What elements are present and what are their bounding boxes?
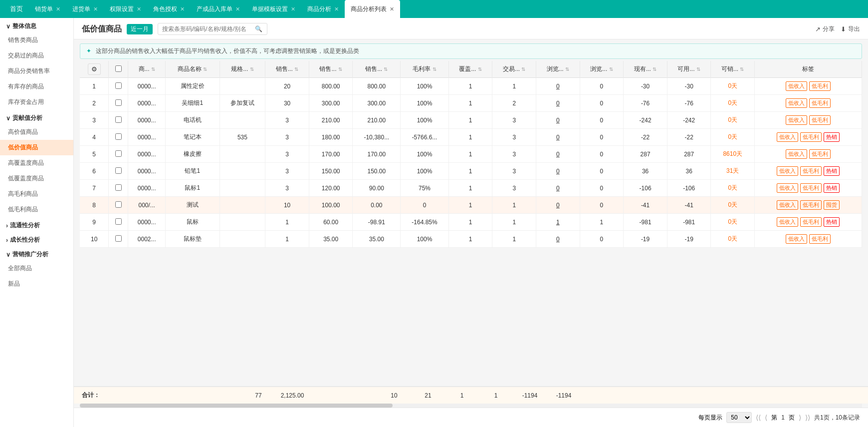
cell-browse1[interactable]: 0 (536, 197, 580, 214)
cell-checkbox[interactable] (109, 146, 128, 163)
cell-browse1[interactable]: 0 (536, 112, 580, 129)
col-gross-margin[interactable]: 毛利率 ⇅ (401, 61, 449, 78)
sidebar-item-sales-products[interactable]: 销售类商品 (0, 32, 73, 48)
col-sale-amount[interactable]: 销售... ⇅ (353, 61, 401, 78)
row-checkbox[interactable] (115, 99, 122, 106)
close-purchase-order[interactable]: ✕ (93, 6, 98, 12)
row-checkbox[interactable] (115, 201, 122, 208)
col-code[interactable]: 商... ⇅ (128, 61, 166, 78)
sidebar-item-traded-products[interactable]: 交易过的商品 (0, 48, 73, 63)
close-product-analysis-list[interactable]: ✕ (390, 6, 394, 12)
sidebar-item-high-margin[interactable]: 高毛利商品 (0, 186, 73, 202)
sidebar-item-category-sales-rate[interactable]: 商品分类销售率 (0, 63, 73, 79)
row-checkbox[interactable] (115, 167, 122, 174)
nav-template-settings[interactable]: 单据模板设置 ✕ (246, 0, 301, 18)
sidebar-item-all-products[interactable]: 全部商品 (0, 261, 73, 276)
export-button[interactable]: ⬇ 导出 (841, 25, 860, 33)
sidebar-group-contribution[interactable]: ∨ 贡献值分析 (0, 110, 73, 124)
browse-link[interactable]: 0 (556, 134, 560, 141)
col-coverage[interactable]: 覆盖... ⇅ (448, 61, 492, 78)
close-template-settings[interactable]: ✕ (291, 6, 295, 12)
row-checkbox[interactable] (115, 82, 122, 89)
col-transaction[interactable]: 交易... ⇅ (492, 61, 536, 78)
sidebar-item-stock-funds[interactable]: 库存资金占用 (0, 94, 73, 110)
horizontal-scrollbar[interactable] (80, 404, 862, 408)
close-sales-order[interactable]: ✕ (56, 6, 60, 12)
select-all-checkbox[interactable] (115, 65, 122, 72)
time-badge[interactable]: 近一月 (127, 24, 153, 34)
row-checkbox[interactable] (115, 235, 122, 242)
cell-browse1[interactable]: 0 (536, 95, 580, 112)
search-input[interactable] (162, 25, 252, 32)
first-page-button[interactable]: ⟨⟨ (756, 414, 761, 422)
col-current[interactable]: 现有... ⇅ (624, 61, 667, 78)
col-checkbox[interactable] (109, 61, 128, 78)
col-name[interactable]: 商品名称 ⇅ (166, 61, 220, 78)
cell-checkbox[interactable] (109, 180, 128, 197)
close-role-auth[interactable]: ✕ (180, 6, 185, 12)
prev-page-button[interactable]: ⟨ (765, 414, 767, 422)
row-checkbox[interactable] (115, 184, 122, 191)
cell-checkbox[interactable] (109, 129, 128, 146)
cell-checkbox[interactable] (109, 214, 128, 231)
cell-checkbox[interactable] (109, 231, 128, 248)
next-page-button[interactable]: ⟩ (799, 414, 801, 422)
gear-settings-icon[interactable]: ⚙ (88, 63, 101, 75)
sidebar-item-new-products[interactable]: 新品 (0, 276, 73, 292)
sidebar-group-circulation[interactable]: › 流通性分析 (0, 217, 73, 232)
search-icon[interactable]: 🔍 (255, 25, 262, 32)
browse-link[interactable]: 0 (556, 83, 560, 90)
last-page-button[interactable]: ⟩⟩ (805, 414, 810, 422)
browse-link[interactable]: 0 (556, 202, 560, 209)
per-page-select[interactable]: 50 20 100 (726, 412, 752, 423)
col-available[interactable]: 可用... ⇅ (667, 61, 711, 78)
nav-purchase-order[interactable]: 进货单 ✕ (66, 0, 104, 18)
cell-checkbox[interactable] (109, 197, 128, 214)
cell-browse1[interactable]: 1 (536, 214, 580, 231)
cell-checkbox[interactable] (109, 112, 128, 129)
sidebar-item-high-coverage[interactable]: 高覆盖度商品 (0, 155, 73, 171)
share-button[interactable]: ↗ 分享 (815, 25, 835, 33)
nav-role-auth[interactable]: 角色授权 ✕ (147, 0, 191, 18)
sidebar-item-low-coverage[interactable]: 低覆盖度商品 (0, 171, 73, 186)
nav-permission-settings[interactable]: 权限设置 ✕ (104, 0, 147, 18)
cell-browse1[interactable]: 0 (536, 180, 580, 197)
sidebar-item-high-value[interactable]: 高价值商品 (0, 124, 73, 140)
cell-checkbox[interactable] (109, 163, 128, 180)
nav-home[interactable]: 首页 (4, 0, 29, 18)
sidebar-group-overall[interactable]: ∨ 整体信息 (0, 18, 73, 32)
close-product-analysis[interactable]: ✕ (334, 6, 339, 12)
cell-browse1[interactable]: 0 (536, 146, 580, 163)
browse-link[interactable]: 0 (556, 185, 560, 192)
cell-browse1[interactable]: 0 (536, 129, 580, 146)
sidebar-item-low-margin[interactable]: 低毛利商品 (0, 202, 73, 217)
row-checkbox[interactable] (115, 218, 122, 225)
col-sale-qty[interactable]: 销售... ⇅ (265, 61, 309, 78)
browse-link[interactable]: 0 (556, 168, 560, 175)
cell-checkbox[interactable] (109, 78, 128, 95)
row-checkbox[interactable] (115, 150, 122, 157)
nav-sales-order[interactable]: 销货单 ✕ (29, 0, 66, 18)
browse-link[interactable]: 0 (556, 236, 560, 243)
col-saleable[interactable]: 可销... ⇅ (711, 61, 755, 78)
browse-link[interactable]: 0 (556, 151, 560, 158)
nav-product-analysis-list[interactable]: 商品分析列表 ✕ (345, 0, 400, 18)
close-product-storage[interactable]: ✕ (235, 6, 240, 12)
browse-link[interactable]: 0 (556, 100, 560, 107)
browse-link[interactable]: 0 (556, 117, 560, 124)
cell-browse1[interactable]: 0 (536, 231, 580, 248)
col-spec[interactable]: 规格... ⇅ (219, 61, 265, 78)
row-checkbox[interactable] (115, 133, 122, 140)
nav-product-storage[interactable]: 产成品入库单 ✕ (191, 0, 246, 18)
cell-browse1[interactable]: 0 (536, 163, 580, 180)
col-browse1[interactable]: 浏览... ⇅ (536, 61, 580, 78)
sidebar-item-low-value[interactable]: 低价值商品 (0, 140, 73, 155)
row-checkbox[interactable] (115, 116, 122, 123)
cell-checkbox[interactable] (109, 95, 128, 112)
col-gear[interactable]: ⚙ (80, 61, 109, 78)
sidebar-group-growth[interactable]: › 成长性分析 (0, 232, 73, 246)
sidebar-group-marketing[interactable]: ∨ 营销推广分析 (0, 246, 73, 261)
col-sale-price[interactable]: 销售... ⇅ (309, 61, 353, 78)
sidebar-item-stocked-products[interactable]: 有库存的商品 (0, 79, 73, 94)
col-browse2[interactable]: 浏览... ⇅ (580, 61, 624, 78)
